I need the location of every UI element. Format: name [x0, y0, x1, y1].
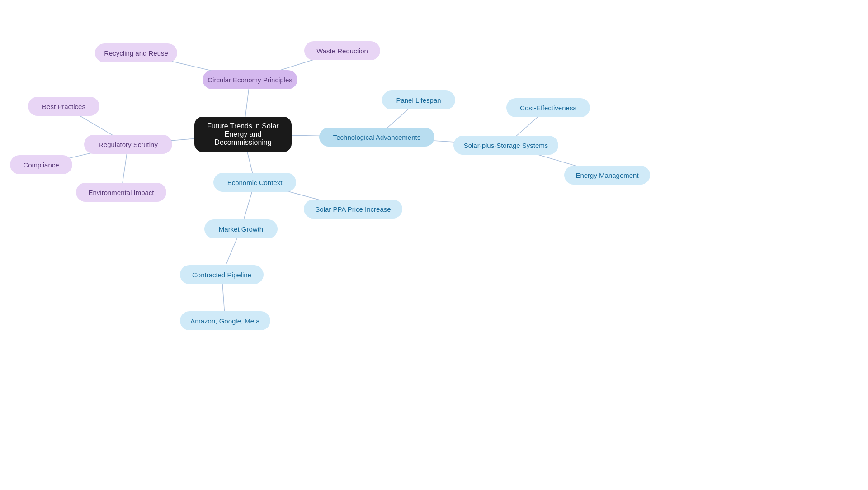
- node-waste-reduction: Waste Reduction: [304, 41, 380, 60]
- node-tech-advancements: Technological Advancements: [319, 128, 434, 147]
- node-amazon-google-meta: Amazon, Google, Meta: [180, 311, 270, 330]
- node-contracted-pipeline: Contracted Pipeline: [180, 265, 264, 284]
- node-solar-ppa: Solar PPA Price Increase: [304, 200, 402, 219]
- node-regulatory-scrutiny: Regulatory Scrutiny: [84, 135, 172, 154]
- node-circular-economy: Circular Economy Principles: [203, 70, 297, 89]
- node-cost-effectiveness: Cost-Effectiveness: [506, 98, 590, 117]
- node-best-practices: Best Practices: [28, 97, 99, 116]
- node-energy-management: Energy Management: [564, 166, 650, 185]
- node-economic-context: Economic Context: [213, 173, 296, 192]
- node-panel-lifespan: Panel Lifespan: [382, 90, 455, 109]
- node-market-growth: Market Growth: [204, 219, 278, 238]
- node-recycling: Recycling and Reuse: [95, 43, 177, 62]
- node-solar-storage: Solar-plus-Storage Systems: [453, 136, 558, 155]
- node-environmental-impact: Environmental Impact: [76, 183, 166, 202]
- center-node: Future Trends in Solar Energy and Decomm…: [194, 117, 292, 152]
- node-compliance: Compliance: [10, 155, 72, 174]
